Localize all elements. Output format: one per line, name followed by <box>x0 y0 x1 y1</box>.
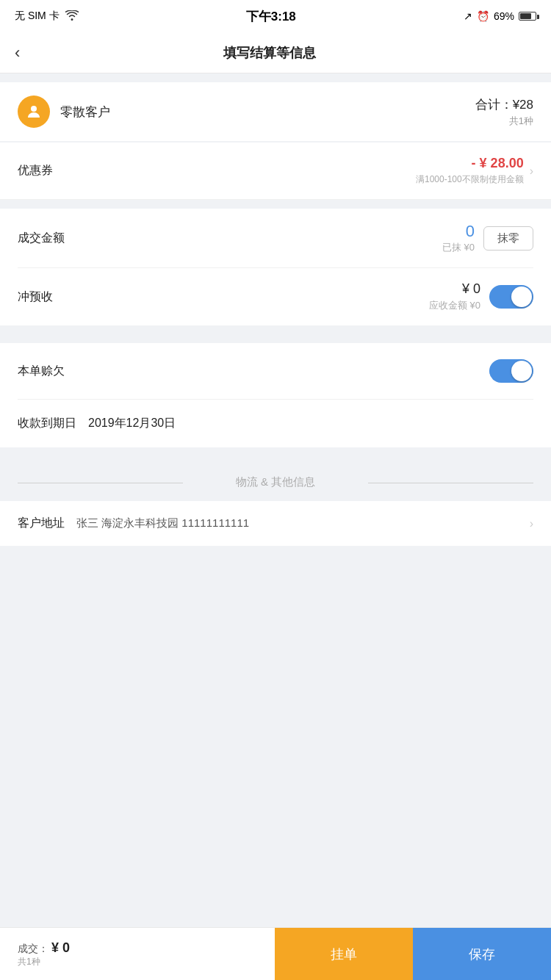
status-bar: 无 SIM 卡 下午3:18 ↗ ⏰ 69% <box>0 0 551 32</box>
customer-section: 零散客户 合计：¥28 共1种 <box>0 82 551 141</box>
bottom-transaction-label: 成交： <box>18 943 48 956</box>
coupon-label: 优惠券 <box>18 163 53 179</box>
debt-label: 本单赊欠 <box>18 364 65 379</box>
coupon-amount: - ¥ 28.00 <box>416 156 524 171</box>
round-button[interactable]: 抹零 <box>483 226 533 251</box>
prepay-toggle[interactable] <box>489 285 533 309</box>
total-amount: 合计：¥28 <box>475 96 533 113</box>
debt-row: 本单赊欠 <box>18 343 533 400</box>
status-left: 无 SIM 卡 <box>15 10 79 23</box>
prepay-label: 冲预收 <box>18 289 53 305</box>
bottom-transaction-line: 成交： ¥ 0 <box>18 940 257 956</box>
bottom-count: 共1种 <box>18 956 257 968</box>
due-date-label: 收款到期日 <box>18 416 76 431</box>
section-divider-2 <box>0 325 551 334</box>
already-rounded-label: 已抹 ¥0 <box>442 241 475 254</box>
prepay-amount: ¥ 0 <box>429 281 480 297</box>
transaction-amount-value[interactable]: 0 <box>442 222 475 241</box>
address-section[interactable]: 客户地址 张三 海淀永丰科技园 11111111111 › <box>0 501 551 546</box>
due-date-value[interactable]: 2019年12月30日 <box>88 416 176 431</box>
location-icon: ↗ <box>464 10 472 22</box>
due-date-row: 收款到期日 2019年12月30日 <box>18 400 533 447</box>
customer-total: 合计：¥28 共1种 <box>475 96 533 128</box>
section-divider-3 <box>0 447 551 456</box>
transaction-amount-row: 成交金额 0 已抹 ¥0 抹零 <box>18 209 533 268</box>
prepay-right: ¥ 0 应收金额 ¥0 <box>429 281 533 312</box>
bottom-transaction-amount: ¥ 0 <box>51 940 70 956</box>
section-divider-1 <box>0 200 551 209</box>
toggle-knob <box>511 287 532 307</box>
debt-toggle-knob <box>511 361 532 381</box>
coupon-value-wrap: - ¥ 28.00 满1000-100不限制使用金额 <box>416 156 524 186</box>
address-value: 张三 海淀永丰科技园 11111111111 <box>76 516 530 530</box>
page-title: 填写结算等信息 <box>32 44 507 62</box>
save-button[interactable]: 保存 <box>413 928 551 980</box>
transaction-amount-right: 0 已抹 ¥0 抹零 <box>442 222 533 254</box>
prepay-row: 冲预收 ¥ 0 应收金额 ¥0 <box>18 268 533 325</box>
hang-button[interactable]: 挂单 <box>275 928 413 980</box>
logistics-label: 物流 & 其他信息 <box>236 475 315 488</box>
status-right: ↗ ⏰ 69% <box>464 10 536 22</box>
address-chevron-icon: › <box>530 517 533 530</box>
status-time: 下午3:18 <box>246 8 296 25</box>
logistics-header: 物流 & 其他信息 <box>0 465 551 500</box>
battery-icon <box>519 12 536 21</box>
alarm-icon: ⏰ <box>477 10 489 22</box>
customer-avatar <box>18 96 50 128</box>
customer-info: 零散客户 <box>18 96 110 128</box>
total-count: 共1种 <box>475 115 533 128</box>
prepay-values: ¥ 0 应收金额 ¥0 <box>429 281 480 312</box>
debt-toggle[interactable] <box>489 359 533 383</box>
transaction-section: 成交金额 0 已抹 ¥0 抹零 冲预收 ¥ 0 应收金额 ¥0 <box>0 209 551 325</box>
carrier-label: 无 SIM 卡 <box>15 10 60 23</box>
svg-point-0 <box>31 106 37 112</box>
empty-space <box>0 546 551 678</box>
receivable-label: 应收金额 ¥0 <box>429 299 480 312</box>
logistics-section: 物流 & 其他信息 <box>0 465 551 500</box>
battery-percent: 69% <box>494 10 514 22</box>
coupon-section[interactable]: 优惠券 - ¥ 28.00 满1000-100不限制使用金额 › <box>0 143 551 200</box>
customer-name: 零散客户 <box>60 104 110 120</box>
wifi-icon <box>65 10 79 23</box>
coupon-right: - ¥ 28.00 满1000-100不限制使用金额 › <box>416 156 533 186</box>
back-button[interactable]: ‹ <box>15 37 32 68</box>
bottom-info: 成交： ¥ 0 共1种 <box>0 928 275 980</box>
address-label: 客户地址 <box>18 516 65 531</box>
coupon-chevron-icon: › <box>530 165 533 178</box>
coupon-desc: 满1000-100不限制使用金额 <box>416 173 524 186</box>
nav-bar: ‹ 填写结算等信息 <box>0 32 551 73</box>
debt-section: 本单赊欠 收款到期日 2019年12月30日 <box>0 343 551 447</box>
bottom-bar: 成交： ¥ 0 共1种 挂单 保存 <box>0 927 551 980</box>
transaction-amount-label: 成交金额 <box>18 231 65 246</box>
